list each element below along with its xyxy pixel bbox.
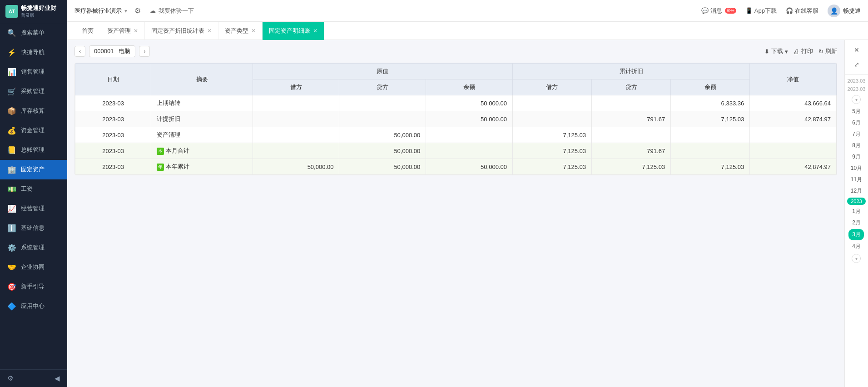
cell-orig-balance: 50,000.00 [426, 111, 513, 127]
collapse-sidebar-btn[interactable]: ◀ [55, 374, 60, 382]
cell-dep-credit: 7,125.03 [592, 159, 671, 175]
tab-label-asset-type: 资产类型 [225, 27, 248, 35]
app-download-button[interactable]: 📱 App下载 [745, 7, 777, 15]
sidebar-label-funds: 资金管理 [21, 126, 45, 134]
cell-date: 2023-03 [75, 143, 151, 159]
timeline-month-7月[interactable]: 7月 [847, 129, 865, 140]
app-title: 畅捷通好业财 [21, 5, 56, 12]
sidebar-item-enterprise[interactable]: 🤝企业协同 [0, 258, 67, 277]
cell-dep-balance: 7,125.03 [671, 159, 750, 175]
timeline-year-badge[interactable]: 2023 [847, 198, 865, 205]
tab-label-depreciation-stats: 固定资产折旧统计表 [151, 27, 204, 35]
tab-depreciation-stats[interactable]: 固定资产折旧统计表✕ [145, 22, 218, 40]
ledger-icon: 📒 [7, 146, 16, 154]
sidebar-item-purchase[interactable]: 🛒采购管理 [0, 82, 67, 101]
cell-dep-balance: 6,333.36 [671, 95, 750, 111]
sidebar-item-fixed-assets[interactable]: 🏢固定资产 [0, 160, 67, 179]
col-summary: 摘要 [151, 64, 253, 95]
tab-asset-type[interactable]: 资产类型✕ [218, 22, 263, 40]
sidebar-item-app-center[interactable]: 🔷应用中心 [0, 297, 67, 316]
tab-close-asset-mgmt[interactable]: ✕ [134, 28, 138, 34]
sidebar-footer: ⚙ ◀ [0, 369, 67, 387]
sidebar-item-sales[interactable]: 📊销售管理 [0, 62, 67, 82]
cell-orig-credit: 50,000.00 [339, 143, 426, 159]
sidebar-item-search[interactable]: 🔍搜索菜单 [0, 23, 67, 43]
company-selector[interactable]: 医疗器械行业演示 ▾ [74, 7, 127, 15]
timeline-month-10月[interactable]: 10月 [847, 163, 865, 174]
panel-expand-btn[interactable]: ⤢ [850, 58, 863, 71]
sidebar-nav: 🔍搜索菜单⚡快捷导航📊销售管理🛒采购管理📦库存核算💰资金管理📒总账管理🏢固定资产… [0, 23, 67, 369]
refresh-icon: ↻ [818, 48, 823, 55]
refresh-btn[interactable]: ↻ 刷新 [818, 47, 837, 55]
sidebar-item-system[interactable]: ⚙️系统管理 [0, 238, 67, 258]
cell-dep-debit: 7,125.03 [512, 143, 591, 159]
tab-home[interactable]: 首页 [74, 22, 101, 40]
main-content: ‹ 000001 电脑 › ⬇ 下载 ▾ 🖨 [67, 40, 844, 387]
sidebar-item-ledger[interactable]: 📒总账管理 [0, 140, 67, 160]
timeline-month-12月[interactable]: 12月 [847, 185, 865, 197]
timeline-month-6月[interactable]: 6月 [847, 117, 865, 129]
company-settings-icon[interactable]: ⚙ [134, 6, 141, 15]
toolbar-row: ‹ 000001 电脑 › ⬇ 下载 ▾ 🖨 [74, 45, 837, 57]
timeline-month-5月[interactable]: 5月 [847, 106, 865, 117]
col-accumulated-dep: 累计折旧 [512, 64, 749, 79]
prev-asset-btn[interactable]: ‹ [74, 46, 85, 57]
tab-label-asset-ledger: 固定资产明细账 [269, 27, 310, 35]
messages-button[interactable]: 💬 消息 99+ [701, 7, 736, 15]
timeline-month-1月[interactable]: 1月 [847, 206, 865, 217]
col-orig-balance: 余额 [426, 79, 513, 95]
sidebar-item-wages[interactable]: 💵工资 [0, 179, 67, 199]
sidebar-item-guide[interactable]: 🎯新手引导 [0, 277, 67, 297]
print-btn[interactable]: 🖨 打印 [794, 47, 813, 55]
timeline-expand-down[interactable]: ▾ [852, 254, 861, 263]
cell-orig-balance [426, 143, 513, 159]
cell-orig-credit: 50,000.00 [339, 127, 426, 143]
tab-close-asset-ledger[interactable]: ✕ [313, 28, 317, 34]
timeline-year-top_year[interactable]: 2023.03 [847, 77, 865, 85]
timeline-month-11月[interactable]: 11月 [847, 174, 865, 185]
customer-service-button[interactable]: 🎧 在线客服 [786, 7, 818, 15]
settings-footer-icon[interactable]: ⚙ [7, 374, 13, 382]
col-orig-credit: 贷方 [339, 79, 426, 95]
timeline-expand-up[interactable]: ▾ [852, 95, 861, 104]
next-asset-btn[interactable]: › [139, 46, 150, 57]
timeline-year-second_year[interactable]: 2023.03 [847, 85, 865, 93]
cell-date: 2023-03 [75, 95, 151, 111]
purchase-icon: 🛒 [7, 87, 16, 96]
timeline-month-2月[interactable]: 2月 [847, 217, 865, 228]
cell-dep-debit: 7,125.03 [512, 159, 591, 175]
panel-close-btn[interactable]: ✕ [850, 44, 863, 56]
messages-icon: 💬 [701, 7, 709, 14]
sidebar-item-funds[interactable]: 💰资金管理 [0, 121, 67, 140]
sidebar-item-operations[interactable]: 📈经营管理 [0, 199, 67, 218]
download-btn[interactable]: ⬇ 下载 ▾ [764, 47, 788, 55]
tab-asset-ledger[interactable]: 固定资产明细账✕ [263, 22, 324, 40]
tabs-bar: 首页资产管理✕固定资产折旧统计表✕资产类型✕固定资产明细账✕ [67, 22, 868, 40]
sidebar-item-basic-info[interactable]: ℹ️基础信息 [0, 218, 67, 238]
sidebar-label-inventory: 库存核算 [21, 107, 45, 115]
user-menu[interactable]: 👤 畅捷通 [828, 5, 861, 17]
download-icon: ⬇ [764, 48, 769, 55]
summary-badge: 本 [157, 148, 164, 155]
sidebar-item-inventory[interactable]: 📦库存核算 [0, 101, 67, 121]
sidebar-label-fixed-assets: 固定资产 [21, 165, 45, 174]
tab-close-asset-type[interactable]: ✕ [251, 28, 256, 34]
timeline-month-8月[interactable]: 8月 [847, 140, 865, 151]
tab-close-depreciation-stats[interactable]: ✕ [207, 28, 212, 34]
cell-summary: 年本年累计 [151, 159, 253, 175]
cell-dep-debit: 7,125.03 [512, 127, 591, 143]
table-row: 2023-03 计提折旧 50,000.00 791.67 7,125.03 4… [75, 111, 837, 127]
sidebar-label-sales: 销售管理 [21, 68, 45, 76]
timeline-month-3月[interactable]: 3月 [848, 229, 864, 240]
timeline-month-4月[interactable]: 4月 [847, 241, 865, 252]
cell-orig-debit [253, 143, 339, 159]
sidebar-logo-text: 畅捷通好业财 普及版 [21, 5, 56, 18]
timeline-month-9月[interactable]: 9月 [847, 151, 865, 163]
sidebar-label-purchase: 采购管理 [21, 87, 45, 95]
experience-button[interactable]: ☁ 我要体验一下 [150, 7, 194, 15]
cell-summary: 计提折旧 [151, 111, 253, 127]
tab-asset-mgmt[interactable]: 资产管理✕ [101, 22, 145, 40]
sidebar-item-quick-nav[interactable]: ⚡快捷导航 [0, 43, 67, 62]
header-right: 💬 消息 99+ 📱 App下载 🎧 在线客服 👤 畅捷通 [701, 5, 861, 17]
system-icon: ⚙️ [7, 243, 16, 252]
